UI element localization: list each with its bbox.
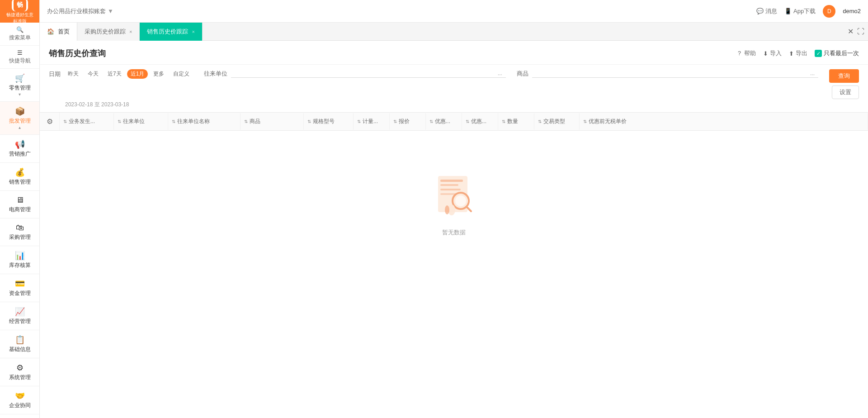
sidebar-section-label-1: 批发管理 (9, 117, 31, 125)
tab-purchase-close[interactable]: × (129, 29, 132, 34)
th-spec[interactable]: ⇅ 规格型号 (304, 113, 354, 130)
date-btn-yesterday[interactable]: 昨天 (64, 69, 82, 79)
sidebar-item-7[interactable]: 💳资金管理 (0, 274, 39, 302)
th-unit-name[interactable]: ⇅ 往来单位名称 (168, 113, 241, 130)
export-label: 导出 (796, 49, 807, 57)
th-trade[interactable]: ⇅ 交易类型 (534, 113, 580, 130)
sort-icon-unit-name: ⇅ (172, 119, 175, 124)
date-btn-today[interactable]: 今天 (84, 69, 102, 79)
sidebar-section-icon-4: 🖥 (16, 195, 24, 205)
date-btn-more[interactable]: 更多 (150, 69, 168, 79)
sidebar-item-3[interactable]: 💰销售管理 (0, 163, 39, 191)
date-btn-7days[interactable]: 近7天 (104, 69, 125, 79)
sidebar-item-12[interactable]: 👋新手引导 (0, 414, 39, 418)
page-content: 销售历史价查询 ？ 帮助 ⬇ 导入 ⬆ 导出 ✓ 只看最后一次 (40, 41, 868, 418)
date-range-text: 2023-02-18 至 2023-03-18 (65, 101, 129, 108)
tab-home-label: 首页 (58, 28, 70, 36)
filter-row-1: 日期 昨天 今天 近7天 近1月 更多 自定义 往来单位 ... (49, 69, 859, 99)
th-price[interactable]: ⇅ 报价 (390, 113, 426, 130)
empty-state-svg (427, 167, 481, 221)
sort-icon-price: ⇅ (393, 119, 397, 124)
date-range-display: 2023-02-18 至 2023-03-18 (63, 101, 859, 109)
th-date-label: 业务发生... (69, 118, 95, 125)
tab-sales-history[interactable]: 销售历史价跟踪 × (140, 23, 202, 41)
unit-input[interactable]: ... (231, 69, 505, 78)
date-buttons: 昨天 今天 近7天 近1月 更多 自定义 (64, 69, 193, 79)
app-download-btn[interactable]: 📱 App下载 (784, 7, 816, 15)
page-title: 销售历史价查询 (49, 48, 106, 59)
th-unit-code[interactable]: ⇅ 往来单位 (114, 113, 168, 130)
sidebar-item-0[interactable]: 🛒零售管理▾ (0, 69, 39, 102)
th-discount1[interactable]: ⇅ 优惠... (426, 113, 462, 130)
sidebar-item-1[interactable]: 📦批发管理▴ (0, 102, 39, 135)
th-date[interactable]: ⇅ 业务发生... (60, 113, 114, 130)
date-btn-custom[interactable]: 自定义 (170, 69, 193, 79)
svg-point-9 (445, 205, 449, 214)
help-btn[interactable]: ？ 帮助 (736, 49, 756, 57)
th-price-label: 报价 (399, 118, 410, 125)
sidebar-quick-nav[interactable]: ☰ 快捷导航 (0, 46, 39, 69)
th-notax[interactable]: ⇅ 优惠前无税单价 (580, 113, 868, 130)
th-qty[interactable]: ⇅ 数量 (498, 113, 534, 130)
sidebar-section-icon-3: 💰 (15, 167, 25, 177)
sidebar-item-10[interactable]: ⚙系统管理 (0, 358, 39, 386)
export-icon: ⬆ (789, 50, 794, 57)
sidebar-section-label-2: 营销推广 (9, 150, 31, 158)
unit-filter: 往来单位 ... (204, 69, 505, 78)
sidebar-section-icon-1: 📦 (15, 106, 25, 116)
import-btn[interactable]: ⬇ 导入 (763, 49, 782, 57)
app-logo: 畅 畅捷通好生意 标准版 (0, 0, 39, 23)
workspace-selector[interactable]: 办公用品行业模拟账套 ▼ (47, 7, 113, 15)
empty-state: 暂无数据 (40, 131, 868, 273)
sidebar-search[interactable]: 🔍 搜索菜单 (0, 23, 39, 46)
sidebar-section-label-8: 经营管理 (9, 318, 31, 325)
sidebar-item-2[interactable]: 📢营销推广 (0, 135, 39, 163)
sort-icon-date: ⇅ (63, 119, 67, 124)
workspace-name: 办公用品行业模拟账套 (47, 7, 106, 15)
query-button[interactable]: 查询 (829, 69, 859, 83)
th-discount2[interactable]: ⇅ 优惠... (462, 113, 498, 130)
only-last-label: 只看最后一次 (824, 49, 859, 57)
date-btn-1month[interactable]: 近1月 (127, 69, 148, 79)
export-btn[interactable]: ⬆ 导出 (789, 49, 807, 57)
product-input-more: ... (810, 70, 815, 76)
tab-purchase-history[interactable]: 采购历史价跟踪 × (77, 23, 140, 41)
sidebar-section-icon-2: 📢 (15, 139, 25, 149)
tab-sales-close[interactable]: × (192, 29, 194, 34)
empty-image (427, 167, 481, 221)
th-product[interactable]: ⇅ 商品 (241, 113, 304, 130)
workspace-arrow: ▼ (108, 8, 113, 14)
filter-action-area: 查询 设置 (829, 69, 859, 99)
sort-icon-unit-code: ⇅ (118, 119, 121, 124)
user-name[interactable]: demo2 (843, 8, 861, 14)
sidebar-item-9[interactable]: 📋基础信息 (0, 330, 39, 358)
message-btn[interactable]: 💬 消息 (756, 7, 777, 15)
sidebar-section-arrow-0: ▾ (19, 92, 21, 97)
sidebar-section-label-3: 销售管理 (9, 178, 31, 186)
app-download-label: App下载 (793, 7, 816, 15)
date-label: 日期 (49, 70, 61, 78)
sidebar-section-label-7: 资金管理 (9, 290, 31, 297)
sort-icon-discount1: ⇅ (429, 119, 433, 124)
th-settings[interactable]: ⚙ (40, 113, 60, 130)
logo-icon: 畅 (12, 0, 28, 11)
sidebar-item-5[interactable]: 🛍采购管理 (0, 218, 39, 246)
sidebar-sections: 🛒零售管理▾📦批发管理▴📢营销推广💰销售管理🖥电商管理🛍采购管理📊库存核算💳资金… (0, 69, 39, 418)
sidebar-section-icon-11: 🤝 (15, 391, 25, 401)
th-unit-name-label: 往来单位名称 (177, 118, 210, 125)
phone-icon: 📱 (784, 8, 792, 14)
th-discount1-label: 优惠... (435, 118, 450, 125)
maximize-window-btn[interactable]: ⛶ (857, 28, 864, 36)
tab-home[interactable]: 🏠 首页 (40, 23, 77, 41)
close-window-btn[interactable]: ✕ (848, 27, 854, 36)
sidebar-item-4[interactable]: 🖥电商管理 (0, 191, 39, 218)
sidebar-item-6[interactable]: 📊库存核算 (0, 246, 39, 274)
sidebar-item-11[interactable]: 🤝企业协同 (0, 386, 39, 414)
product-input[interactable]: ... (532, 69, 818, 78)
sidebar-item-8[interactable]: 📈经营管理 (0, 302, 39, 330)
settings-button[interactable]: 设置 (832, 86, 859, 99)
sidebar-section-label-0: 零售管理 (9, 84, 31, 92)
only-last-checkbox-area[interactable]: ✓ 只看最后一次 (815, 49, 859, 57)
sidebar-section-label-6: 库存核算 (9, 261, 31, 269)
th-unit[interactable]: ⇅ 计量... (354, 113, 390, 130)
